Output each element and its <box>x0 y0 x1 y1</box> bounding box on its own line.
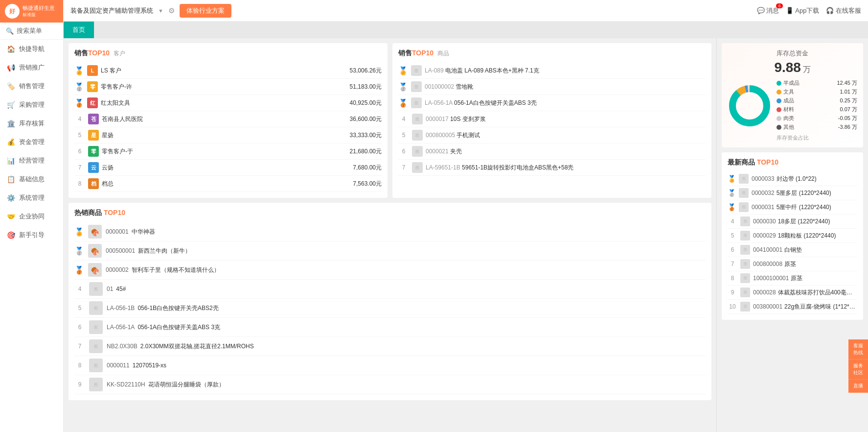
rank-number: 5 <box>398 132 409 139</box>
newest-product-image: 图 <box>739 202 749 212</box>
legend-item: 肉类 -0.05 万 <box>777 115 857 122</box>
newest-list: 🏅 图 0000033 封边带 (1.0*22) 🥈 图 0000032 5厘多… <box>728 172 857 314</box>
hot-product-item: 9 图 KK-SD22110H 花语萌恒温分腿睡袋（厚款） <box>74 375 706 394</box>
customer-avatar: 零 <box>88 146 99 157</box>
inventory-title: 库存总资金 <box>728 49 857 58</box>
sidebar-item-基础信息[interactable]: 📋基础信息 <box>0 170 63 189</box>
customer-name: 星扬 <box>102 131 347 140</box>
rank-number: 6 <box>398 148 409 155</box>
hot-product-code: NB2.0X30B <box>107 343 137 350</box>
message-icon: 💬 <box>757 7 765 14</box>
product-item: 7 图 LA-59651-1B 59651-1B旋转投影灯电池盒ABS黑色+58… <box>398 160 706 176</box>
hot-product-code: 0000001 <box>106 228 129 235</box>
rank-number: 4 <box>728 218 737 225</box>
product-item: 6 图 0000021 夹壳 <box>398 144 706 160</box>
hot-product-name: 056-1A白色按键开关盖ABS 3克 <box>137 323 220 332</box>
customer-name: 红太阳文具 <box>101 99 347 107</box>
inventory-card: 库存总资金 9.88 万 半成品 12.45 万 <box>722 43 863 147</box>
sidebar: 好 畅捷通好生意 标准版 🔍 搜索菜单 🏠快捷导航📢营销推广🏷️销售管理🛒采购管… <box>0 0 64 432</box>
rank-number: 4 <box>398 116 409 122</box>
product-item: 4 图 0000017 10S 变刹罗浆 <box>398 111 706 127</box>
rank-medal: 🥉 <box>74 265 84 275</box>
newest-product-image: 图 <box>740 245 750 255</box>
customer-item: 4 苍 苍南县人民医院 36,600.00元 <box>74 111 382 127</box>
system-dropdown-icon[interactable]: ▼ <box>158 8 163 14</box>
message-button[interactable]: 💬 消息 6 <box>757 6 779 15</box>
topbar: 装备及固定资产辅助管理系统 ▼ ⚙ 体验行业方案 💬 消息 6 📱 App下载 … <box>64 0 868 22</box>
float-btn-live[interactable]: 直播 <box>848 380 868 393</box>
sidebar-item-库存核算[interactable]: 🏛️库存核算 <box>0 114 63 133</box>
legend-item: 材料 0.07 万 <box>777 106 857 113</box>
nav-icon: 📊 <box>7 157 15 165</box>
product-image: 图 <box>411 81 422 92</box>
customer-value: 7,563.00元 <box>353 180 382 188</box>
content-area: 销售TOP10 客户 🏅 L LS 客户 53,006.26元 🥈 零 零售客户… <box>64 38 868 432</box>
settings-icon[interactable]: ⚙ <box>168 6 175 15</box>
hot-product-name: 056-1B白色按键开关壳ABS2壳 <box>137 304 218 312</box>
legend-label: 肉类 <box>783 115 836 122</box>
sidebar-item-企业协同[interactable]: 🤝企业协同 <box>0 207 63 226</box>
sidebar-item-营销推广[interactable]: 📢营销推广 <box>0 58 63 77</box>
rank-medal: 🥈 <box>74 246 84 256</box>
customer-item: 7 云 云扬 7,680.00元 <box>74 160 382 176</box>
search-menu[interactable]: 🔍 搜索菜单 <box>0 23 63 40</box>
legend-item: 半成品 12.45 万 <box>777 79 857 87</box>
legend-label: 文具 <box>783 88 838 96</box>
hot-product-image: 图 <box>89 339 103 353</box>
newest-product-code: 0000033 <box>752 175 775 182</box>
topbar-right: 💬 消息 6 📱 App下载 🎧 在线客服 <box>757 6 861 15</box>
hot-product-code: LA-056-1B <box>107 305 135 312</box>
sidebar-item-新手引导[interactable]: 🎯新手引导 <box>0 226 63 244</box>
trial-button[interactable]: 体验行业方案 <box>180 4 231 18</box>
sidebar-logo[interactable]: 好 畅捷通好生意 标准版 <box>0 0 63 23</box>
legend-value: 12.45 万 <box>837 79 857 87</box>
float-btn-community[interactable]: 服务 社区 <box>848 360 868 380</box>
rank-number: 9 <box>74 381 85 388</box>
hot-title: 热销商品 TOP10 <box>74 209 706 217</box>
sidebar-item-采购管理[interactable]: 🛒采购管理 <box>0 96 63 114</box>
newest-products-card: 最新商品 TOP10 🏅 图 0000033 封边带 (1.0*22) 🥈 图 … <box>722 152 863 320</box>
newest-product-name: 白钢垫 <box>784 246 857 254</box>
donut-chart <box>728 84 772 128</box>
product-item: 🥉 图 LA-056-1A 056-1A白色按键开关盖ABS 3壳 <box>398 95 706 111</box>
online-service-button[interactable]: 🎧 在线客服 <box>826 6 861 15</box>
rank-number: 6 <box>728 246 737 253</box>
tab-home[interactable]: 首页 <box>64 22 94 38</box>
product-item: 5 图 000800005 手机测试 <box>398 127 706 144</box>
newest-product-item: 5 图 0000029 18颗粒板 (1220*2440) <box>728 229 857 243</box>
product-image: 图 <box>411 65 422 76</box>
rank-number: 5 <box>74 132 85 139</box>
customer-value: 36,600.00元 <box>350 115 382 123</box>
nav-icon: 🏛️ <box>7 120 15 127</box>
hot-product-code: 0000002 <box>106 266 129 273</box>
float-btn-service[interactable]: 客服 热线 <box>848 339 868 360</box>
hot-product-image: 图 <box>89 282 103 296</box>
hot-product-image: 图 <box>89 359 103 372</box>
sidebar-item-资金管理[interactable]: 💰资金管理 <box>0 133 63 151</box>
hot-product-name: 智利车子里（规格不知道填什么） <box>132 266 220 274</box>
customer-value: 51,183.00元 <box>350 83 382 91</box>
newest-product-item: 9 图 0000028 体裁荔枝味苏打饮品400毫升 (1*15) <box>728 286 857 300</box>
nav-icon: 🛒 <box>7 101 15 109</box>
hot-products-list: 🏅 🍖 0000001 中华神器 🥈 🍖 000500001 新西兰牛肉（新牛）… <box>74 222 706 394</box>
hot-product-item: 6 图 LA-056-1A 056-1A白色按键开关盖ABS 3克 <box>74 318 706 337</box>
newest-product-code: 0000029 <box>753 232 776 239</box>
product-image: 图 <box>412 162 423 173</box>
sidebar-item-快捷导航[interactable]: 🏠快捷导航 <box>0 40 63 58</box>
hot-product-code: LA-056-1A <box>107 324 135 331</box>
sidebar-item-系统管理[interactable]: ⚙️系统管理 <box>0 189 63 207</box>
legend-item: 成品 0.25 万 <box>777 97 857 104</box>
customer-item: 6 零 零售客户-于 21,680.00元 <box>74 144 382 160</box>
newest-product-item: 7 图 000800008 原茎 <box>728 257 857 271</box>
sidebar-item-经营管理[interactable]: 📊经营管理 <box>0 151 63 170</box>
hot-product-name: 花语萌恒温分腿睡袋（厚款） <box>148 381 225 389</box>
customer-name: 零售客户-于 <box>102 147 347 156</box>
nav-icon: 🤝 <box>7 213 15 220</box>
newest-product-name: 封边带 (1.0*22) <box>777 175 857 183</box>
customer-item: 5 星 星扬 33,333.00元 <box>74 127 382 144</box>
rank-number: 8 <box>74 362 85 369</box>
app-download-button[interactable]: 📱 App下载 <box>786 6 819 15</box>
hot-product-code: 000500001 <box>106 247 135 254</box>
sidebar-item-销售管理[interactable]: 🏷️销售管理 <box>0 77 63 96</box>
customer-item: 🥉 红 红太阳文具 40,925.00元 <box>74 95 382 111</box>
